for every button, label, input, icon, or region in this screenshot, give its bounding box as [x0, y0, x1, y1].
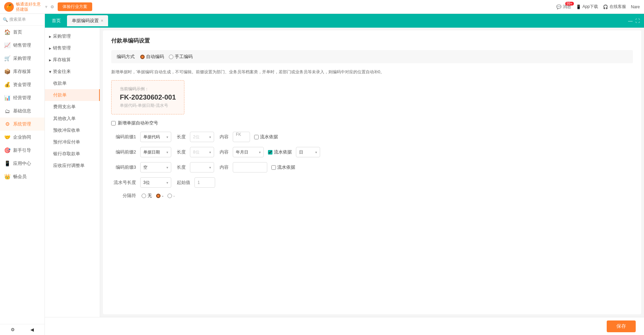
- sep-none-radio[interactable]: [142, 194, 146, 198]
- sep-dash-radio[interactable]: [156, 194, 161, 198]
- serial-start-input[interactable]: [194, 177, 215, 188]
- auto-fill-checkbox[interactable]: [111, 121, 116, 125]
- sep-dash-label[interactable]: -: [156, 193, 163, 198]
- tab-close-icon[interactable]: ×: [101, 18, 103, 23]
- sidebar-item-apps[interactable]: 📱 应用中心: [0, 157, 45, 170]
- prefix2-content-label: 内容: [220, 149, 229, 155]
- tab-minimize-icon[interactable]: —: [628, 18, 633, 24]
- app-download-button[interactable]: 📱 App下载: [576, 4, 598, 10]
- sub-item-other-income[interactable]: 其他收入单: [45, 113, 100, 124]
- encoding-label: 编码方式: [117, 54, 135, 60]
- sidebar-item-system[interactable]: ⚙ 系统管理: [0, 118, 45, 131]
- prefix1-length-label: 长度: [177, 134, 186, 140]
- group-sales: ▸ 销售管理: [45, 42, 100, 54]
- prefix2-unit-chevron: [315, 150, 317, 154]
- prefix3-content-label: 内容: [220, 164, 229, 170]
- auto-radio-input[interactable]: [140, 55, 145, 59]
- sidebar-item-sales[interactable]: 📈 销售管理: [0, 39, 45, 52]
- prefix2-content-select[interactable]: 年月日: [233, 147, 264, 157]
- sidebar-item-home[interactable]: 🏠 首页: [0, 26, 45, 39]
- prefix2-unit-select[interactable]: 日: [296, 147, 320, 157]
- save-button[interactable]: 保存: [607, 320, 636, 332]
- sub-item-prepay-ar[interactable]: 预收冲应收单: [45, 124, 100, 136]
- breadcrumb: ▼ ⚙: [44, 4, 54, 9]
- prefix1-content-input[interactable]: FK: [233, 132, 250, 142]
- prefix1-select[interactable]: 单据代码: [140, 132, 171, 142]
- prefix3-length-select[interactable]: [190, 162, 214, 173]
- left-sidebar: 🔍 搜索菜单 🏠 首页 📈 销售管理 🛒 采购管理 📦 库存核算 💰 资金管理 …: [0, 14, 45, 335]
- form-area: 付款单编码设置 编码方式 自动编码 手工编码: [103, 30, 641, 314]
- sidebar-item-basic[interactable]: 🗂 基础信息: [0, 104, 45, 118]
- serial-label: 流水号长度: [111, 179, 136, 186]
- group-sales-title[interactable]: ▸ 销售管理: [45, 42, 100, 54]
- settings-icon[interactable]: ⚙: [11, 327, 15, 332]
- sub-item-payment[interactable]: 付款单: [45, 89, 100, 101]
- group-purchase: ▸ 采购管理: [45, 30, 100, 42]
- prefix2-chevron: [166, 150, 168, 154]
- prefix2-length-label: 长度: [177, 149, 186, 155]
- sidebar-item-collab[interactable]: 🤝 企业协同: [0, 131, 45, 144]
- prefix1-serial-checkbox[interactable]: [254, 135, 259, 139]
- top-bar-left: 🍊 畅通道好生意 搭建版 ▼ ⚙ 体验行业方案: [4, 2, 92, 12]
- prefix3-length-chevron: [209, 166, 211, 169]
- sep-dot-label[interactable]: ·: [167, 193, 175, 198]
- page-content: ▸ 采购管理 ▸ 销售管理 ▸ 库存核算: [45, 28, 644, 317]
- tab-home[interactable]: 首页: [47, 15, 66, 26]
- sidebar-item-guide[interactable]: 🎯 新手引导: [0, 144, 45, 157]
- online-service-button[interactable]: 🎧 在线客服: [603, 4, 626, 10]
- sales-icon: 📈: [4, 42, 10, 48]
- sep-none-label[interactable]: 无: [142, 193, 152, 199]
- apps-icon: 📱: [4, 160, 10, 167]
- group-capital: ▾ 资金往来 收款单 付款单 费用支出单 其他收入单 预收冲应收单 预付冲应付单…: [45, 66, 100, 171]
- tab-maximize-icon[interactable]: ⛶: [635, 18, 640, 24]
- sidebar-item-purchase[interactable]: 🛒 采购管理: [0, 52, 45, 65]
- prefix3-row: 编码前缀3 空 长度 内容 流水依据: [111, 162, 633, 173]
- prefix1-chevron: [166, 135, 168, 139]
- prefix2-length-select[interactable]: 8位: [190, 147, 214, 157]
- group-capital-title[interactable]: ▾ 资金往来: [45, 66, 100, 77]
- sub-item-adjust[interactable]: 应收应付调整单: [45, 160, 100, 171]
- prefix1-serial-label: 流水依据: [254, 134, 278, 140]
- code-preview-box: 当前编码示例： FK-20230602-001 单据代码-单据日期-流水号: [111, 80, 184, 114]
- tab-encoding-settings[interactable]: 单据编码设置 ×: [67, 15, 108, 26]
- search-icon: 🔍: [3, 17, 8, 22]
- sidebar-item-inventory[interactable]: 📦 库存核算: [0, 65, 45, 78]
- prefix3-content-input[interactable]: [233, 162, 267, 173]
- prefix1-length-chevron: [209, 135, 211, 139]
- preview-code: FK-20230602-001: [120, 93, 176, 101]
- tab-bar: 首页 单据编码设置 × — ⛶: [45, 14, 644, 28]
- search-menu[interactable]: 🔍 搜索菜单: [0, 14, 45, 26]
- manual-radio-label[interactable]: 手工编码: [169, 54, 193, 60]
- sidebar-item-member[interactable]: 👑 畅会员: [0, 170, 45, 183]
- sidebar-item-management[interactable]: 📊 经营管理: [0, 91, 45, 104]
- serial-length-select[interactable]: 3位: [140, 177, 171, 188]
- sidebar-item-finance[interactable]: 💰 资金管理: [0, 78, 45, 91]
- prefix1-length-select[interactable]: 2位: [190, 132, 214, 142]
- info-text: 新增单据时，'单据编码'自动生成，不可编辑。前缀设置为部门、业务员等档案类，开单…: [111, 69, 633, 75]
- content-area: 首页 单据编码设置 × — ⛶ ▸ 采购管理: [45, 14, 644, 335]
- sub-item-bank[interactable]: 银行存取款单: [45, 148, 100, 160]
- group-purchase-title[interactable]: ▸ 采购管理: [45, 30, 100, 42]
- sub-item-prepay-ap[interactable]: 预付冲应付单: [45, 136, 100, 148]
- auto-radio-label[interactable]: 自动编码: [140, 54, 164, 60]
- top-bar-right: 💬 消息 99+ 📱 App下载 🎧 在线客服 Nare: [556, 4, 640, 10]
- group-inventory-title[interactable]: ▸ 库存核算: [45, 54, 100, 66]
- radio-group: 自动编码 手工编码: [140, 54, 193, 60]
- sub-item-expense[interactable]: 费用支出单: [45, 101, 100, 113]
- sub-item-receipt[interactable]: 收款单: [45, 77, 100, 89]
- collapse-icon[interactable]: ◀: [30, 327, 34, 332]
- message-button[interactable]: 💬 消息 99+: [556, 4, 571, 10]
- trial-button[interactable]: 体验行业方案: [58, 2, 92, 11]
- sep-dot-radio[interactable]: [167, 194, 172, 198]
- user-account[interactable]: Nare: [631, 4, 640, 9]
- prefix2-select[interactable]: 单据日期: [140, 147, 171, 157]
- prefix2-serial-checkbox[interactable]: [268, 150, 272, 155]
- prefix3-serial-checkbox[interactable]: [271, 165, 276, 170]
- finance-icon: 💰: [4, 82, 10, 88]
- prefix3-select[interactable]: 空: [140, 162, 171, 173]
- home-icon: 🏠: [4, 29, 10, 35]
- manual-radio-input[interactable]: [169, 55, 173, 59]
- prefix3-chevron: [166, 166, 168, 169]
- chevron-down-icon: ▾: [49, 69, 51, 74]
- preview-label: 当前编码示例：: [120, 86, 176, 92]
